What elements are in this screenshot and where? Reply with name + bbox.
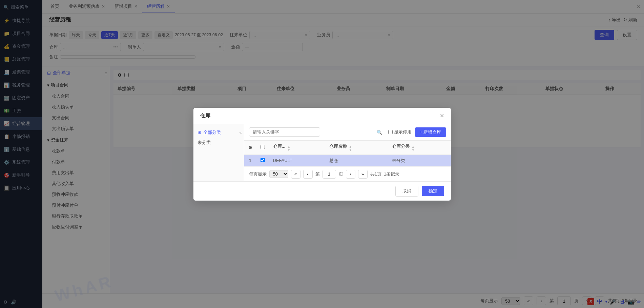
modal-col-code: 仓库... ▲▼	[269, 141, 326, 155]
show-disabled-checkbox[interactable]	[388, 130, 393, 134]
modal-header: 仓库 ✕	[193, 108, 451, 124]
modal-title: 仓库	[200, 112, 210, 119]
modal-table-area: ⚙ 仓库... ▲▼ 仓库名称 ▲▼	[244, 141, 451, 167]
warehouse-modal: 仓库 ✕ ⊞ 全部分类 « 未分类	[193, 108, 451, 201]
modal-total-label: 共1页, 1条记录	[370, 171, 400, 177]
modal-actions: 取消 确定	[193, 181, 451, 201]
modal-search-input[interactable]	[249, 127, 320, 137]
modal-main: 🔍 显示停用 + 新增仓库 ⚙	[244, 124, 451, 181]
search-icon-modal: 🔍	[377, 129, 382, 135]
modal-search-wrap: 🔍	[249, 127, 385, 137]
row-code-cell: DEFAULT	[269, 155, 326, 166]
cancel-button[interactable]: 取消	[395, 186, 418, 197]
row-category-cell: 未分类	[388, 155, 451, 166]
row-checkbox-cell[interactable]	[256, 155, 269, 166]
modal-next-btn[interactable]: ›	[346, 170, 355, 179]
show-disabled-wrap: 显示停用	[388, 129, 412, 135]
modal-overlay: 仓库 ✕ ⊞ 全部分类 « 未分类	[0, 0, 644, 308]
modal-col-checkbox	[256, 141, 269, 155]
modal-warehouse-table: ⚙ 仓库... ▲▼ 仓库名称 ▲▼	[244, 141, 451, 167]
row-gear-cell: 1	[244, 155, 256, 166]
row-name-cell: 总仓	[325, 155, 388, 166]
modal-table-row[interactable]: 1 DEFAULT 总仓 未分类	[244, 155, 451, 166]
show-disabled-label: 显示停用	[394, 129, 412, 135]
modal-toolbar: 🔍 显示停用 + 新增仓库	[244, 124, 451, 141]
confirm-button[interactable]: 确定	[422, 186, 444, 196]
modal-footer-bar: 每页显示 50 100 « ‹ 第 页 › » 共1页, 1条记录	[244, 167, 451, 181]
grid-icon-modal: ⊞	[198, 130, 201, 135]
modal-page-input[interactable]	[323, 170, 336, 179]
modal-unclassified-item[interactable]: 未分类	[193, 138, 244, 148]
modal-first-btn[interactable]: «	[291, 170, 300, 179]
modal-col-gear: ⚙	[244, 141, 256, 155]
modal-body: ⊞ 全部分类 « 未分类 🔍 显示停用	[193, 124, 451, 181]
row-checkbox[interactable]	[261, 158, 265, 162]
modal-prev-btn[interactable]: ‹	[303, 170, 313, 179]
modal-col-name: 仓库名称 ▲▼	[325, 141, 388, 155]
modal-select-all[interactable]	[261, 145, 265, 149]
modal-sidebar: ⊞ 全部分类 « 未分类	[193, 124, 244, 181]
modal-last-btn[interactable]: »	[358, 170, 368, 179]
modal-page-size-select[interactable]: 50 100	[269, 170, 288, 178]
modal-col-category: 仓库分类 ▲▼	[388, 141, 451, 155]
modal-close-btn[interactable]: ✕	[440, 112, 444, 119]
add-warehouse-btn[interactable]: + 新增仓库	[415, 127, 446, 137]
modal-page-label-first: 第	[315, 171, 320, 177]
modal-sidebar-collapse[interactable]: «	[237, 128, 244, 137]
modal-all-category-btn[interactable]: ⊞ 全部分类	[193, 127, 225, 138]
modal-page-unit: 页	[339, 171, 343, 177]
modal-per-page-label: 每页显示	[249, 171, 267, 177]
